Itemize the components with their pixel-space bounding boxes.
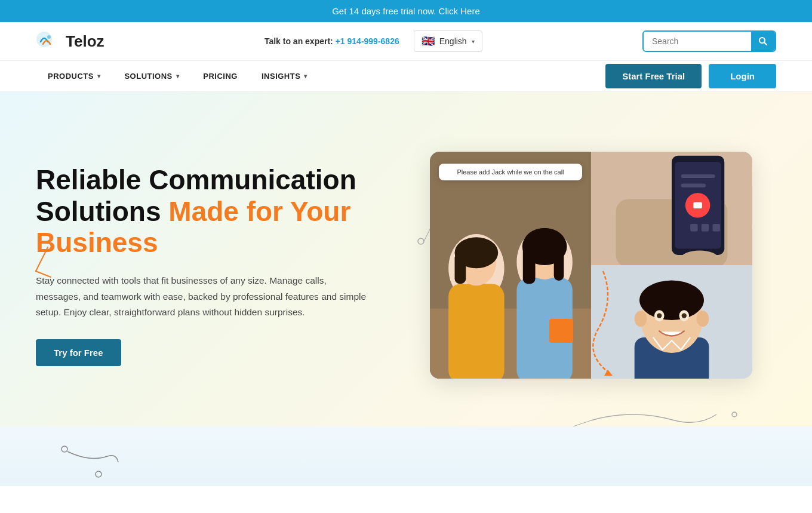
header: Teloz Talk to an expert: +1 914-999-6826… (0, 22, 812, 61)
hero-title: Reliable Communication Solutions Made fo… (36, 164, 406, 259)
svg-point-43 (639, 280, 704, 320)
svg-rect-37 (702, 224, 709, 231)
svg-point-11 (732, 412, 737, 417)
nav-solutions[interactable]: SOLUTIONS ▾ (112, 61, 191, 91)
try-for-free-button[interactable]: Try for Free (36, 339, 121, 366)
nav-solutions-label: SOLUTIONS (124, 72, 172, 81)
svg-point-0 (36, 32, 52, 47)
call-bubble: Please add Jack while we on the call (439, 164, 582, 180)
logo-text: Teloz (66, 32, 104, 51)
nav-left: PRODUCTS ▾ SOLUTIONS ▾ PRICING INSIGHTS … (36, 61, 319, 91)
hero-image-women: Please add Jack while we on the call (430, 152, 591, 379)
chevron-down-icon: ▾ (472, 38, 475, 45)
login-button[interactable]: Login (709, 64, 776, 88)
svg-point-1 (47, 35, 51, 39)
language-label: English (439, 36, 467, 46)
hero-description: Stay connected with tools that fit busin… (36, 273, 370, 320)
deco-bottom-lines (60, 444, 119, 480)
search-input[interactable] (644, 32, 751, 51)
svg-rect-35 (693, 202, 702, 208)
search-area (642, 30, 776, 52)
top-banner[interactable]: Get 14 days free trial now. Click Here (0, 0, 812, 22)
svg-rect-26 (523, 247, 536, 284)
nav-bar: PRODUCTS ▾ SOLUTIONS ▾ PRICING INSIGHTS … (0, 61, 812, 92)
nav-insights[interactable]: INSIGHTS ▾ (250, 61, 319, 91)
svg-line-3 (764, 42, 767, 45)
svg-rect-38 (713, 224, 720, 231)
nav-pricing[interactable]: PRICING (191, 61, 250, 91)
hero-right: Please add Jack while we on the call (406, 152, 776, 379)
svg-rect-18 (448, 284, 504, 379)
svg-point-48 (657, 313, 662, 318)
expert-phone[interactable]: +1 914-999-6826 (336, 36, 399, 46)
expert-label: Talk to an expert: (264, 36, 333, 46)
svg-point-49 (682, 313, 687, 318)
hero-image-man (591, 265, 752, 379)
language-selector[interactable]: 🇬🇧 English ▾ (414, 30, 482, 52)
svg-point-45 (697, 311, 709, 327)
chevron-products-icon: ▾ (97, 73, 101, 79)
nav-insights-label: INSIGHTS (262, 72, 300, 81)
hero-section: Reliable Communication Solutions Made fo… (0, 92, 812, 426)
svg-rect-27 (554, 247, 564, 281)
svg-point-39 (681, 251, 718, 265)
nav-products-label: PRODUCTS (48, 72, 94, 81)
hero-left: Reliable Communication Solutions Made fo… (36, 164, 406, 367)
expert-contact: Talk to an expert: +1 914-999-6826 (264, 36, 399, 46)
logo[interactable]: Teloz (36, 31, 104, 51)
logo-icon (36, 31, 61, 51)
header-center: Talk to an expert: +1 914-999-6826 🇬🇧 En… (264, 30, 482, 52)
banner-text: Get 14 days free trial now. Click Here (332, 6, 480, 16)
svg-point-52 (96, 471, 102, 477)
svg-rect-32 (681, 174, 715, 178)
svg-point-7 (418, 238, 424, 244)
chevron-insights-icon: ▾ (304, 73, 307, 79)
svg-point-44 (635, 311, 647, 327)
start-free-trial-button[interactable]: Start Free Trial (605, 64, 702, 88)
search-button[interactable] (751, 32, 775, 51)
search-icon (758, 36, 768, 46)
nav-pricing-label: PRICING (203, 72, 238, 81)
orange-accent (549, 319, 573, 343)
svg-line-12 (573, 420, 591, 426)
bottom-section (0, 426, 812, 486)
chevron-solutions-icon: ▾ (176, 73, 180, 79)
call-bubble-text: Please add Jack while we on the call (457, 168, 564, 176)
hero-card: Please add Jack while we on the call (430, 152, 752, 379)
hero-image-phone (591, 152, 752, 265)
nav-right: Start Free Trial Login (605, 64, 776, 88)
svg-rect-21 (455, 253, 466, 284)
svg-rect-36 (690, 224, 697, 231)
svg-point-51 (61, 446, 67, 452)
svg-rect-33 (681, 183, 706, 187)
nav-products[interactable]: PRODUCTS ▾ (36, 61, 112, 91)
flag-icon: 🇬🇧 (422, 35, 435, 48)
